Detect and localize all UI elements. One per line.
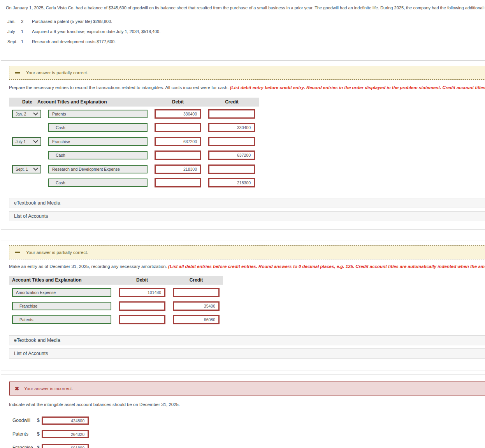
balance-amount-input[interactable] (42, 430, 89, 438)
dollar-sign: $ (37, 444, 40, 448)
instruction-text: Make an entry as of December 31, 2025, r… (9, 264, 485, 269)
transaction-description: Research and development costs $177,600. (32, 39, 116, 44)
partially-correct-alert: Your answer is partially correct. (9, 245, 485, 259)
dollar-sign: $ (37, 416, 40, 425)
balance-label: Franchise (12, 444, 33, 448)
debit-amount-input[interactable] (119, 315, 165, 324)
balance-amount-input[interactable] (42, 444, 89, 448)
dollar-sign: $ (37, 430, 40, 438)
credit-amount-input[interactable] (208, 109, 255, 119)
account-title-input[interactable] (12, 288, 111, 297)
journal-row (12, 178, 257, 189)
minus-icon (15, 252, 20, 253)
debit-amount-input[interactable] (119, 301, 165, 311)
journal-row: Sept. 1 (12, 165, 257, 175)
date-select-value: Sept. 1 (16, 167, 28, 172)
instruction-text: Indicate what the intangible asset accou… (9, 402, 180, 407)
list-of-accounts-accordion[interactable]: List of Accounts (9, 211, 485, 221)
x-icon: ✖ (15, 386, 19, 391)
header-debit: Debit (119, 276, 165, 285)
date-select-value: July 1 (16, 140, 26, 144)
header-credit: Credit (208, 98, 255, 107)
transaction-day: 2 (21, 19, 26, 24)
credit-amount-input[interactable] (208, 123, 255, 132)
date-select[interactable]: Jan. 2 (12, 110, 41, 118)
header-account-titles: Account Titles and Explanation (37, 98, 107, 107)
chevron-down-icon (33, 168, 38, 171)
account-title-input[interactable] (48, 110, 148, 118)
journal-entries-section: Your answer is partially correct. Prepar… (1, 60, 485, 230)
debit-amount-input[interactable] (155, 164, 201, 174)
account-title-input[interactable] (48, 137, 148, 146)
account-title-input[interactable] (48, 123, 148, 132)
chevron-down-icon (33, 140, 38, 143)
instruction-plain: Make an entry as of December 31, 2025, r… (9, 264, 168, 269)
incorrect-alert: ✖ Your answer is incorrect. (9, 382, 485, 396)
balance-amount-input[interactable] (42, 416, 89, 425)
account-title-input[interactable] (12, 302, 111, 310)
instruction-plain: Indicate what the intangible asset accou… (9, 402, 180, 407)
transaction-row: Sept. 1 Research and development costs $… (1, 39, 485, 45)
debit-amount-input[interactable] (155, 150, 201, 160)
credit-amount-input[interactable] (208, 137, 255, 146)
etextbook-and-media-accordion[interactable]: eTextbook and Media (9, 335, 485, 345)
transaction-month: Jan. (7, 19, 20, 24)
header-debit: Debit (155, 98, 201, 107)
balance-row: Goodwill $ (1, 416, 485, 425)
journal-row (12, 288, 222, 298)
chevron-down-icon (33, 112, 38, 116)
transaction-day: 1 (21, 39, 26, 44)
journal-row (12, 123, 257, 133)
transaction-row: July 1 Acquired a 9-year franchise; expi… (1, 29, 485, 35)
debit-amount-input[interactable] (155, 137, 201, 146)
balance-label: Goodwill (12, 416, 30, 425)
list-of-accounts-accordion[interactable]: List of Accounts (9, 348, 485, 359)
instruction-plain: Prepare the necessary entries to record … (9, 85, 230, 90)
credit-amount-input[interactable] (208, 150, 255, 160)
problem-statement-card: On January 1, 2025, Carla Vista Co. had … (1, 1, 485, 55)
journal-row: July 1 (12, 137, 257, 147)
journal-row (12, 302, 222, 312)
transaction-description: Acquired a 9-year franchise; expiration … (32, 29, 160, 34)
balance-row: Patents $ (1, 430, 485, 438)
debit-amount-input[interactable] (119, 288, 165, 297)
partially-correct-alert: Your answer is partially correct. (9, 66, 485, 80)
amortization-entry-section: Your answer is partially correct. Make a… (1, 240, 485, 371)
instruction-text: Prepare the necessary entries to record … (9, 85, 485, 90)
credit-amount-input[interactable] (173, 315, 220, 324)
journal-row (12, 151, 257, 161)
minus-icon (15, 72, 20, 74)
date-select[interactable]: July 1 (12, 137, 41, 146)
transaction-row: Jan. 2 Purchased a patent (5-year life) … (1, 19, 485, 24)
amortization-table-header: Account Titles and Explanation Debit Cre… (9, 276, 223, 285)
header-date: Date (14, 98, 40, 107)
alert-message: Your answer is partially correct. (26, 250, 88, 255)
journal-row: Jan. 2 (12, 110, 257, 120)
debit-amount-input[interactable] (155, 123, 201, 132)
balances-section: ✖ Your answer is incorrect. Indicate wha… (1, 374, 485, 448)
transaction-description: Purchased a patent (5-year life) $268,80… (32, 19, 112, 24)
debit-amount-input[interactable] (155, 109, 201, 119)
account-title-input[interactable] (48, 178, 148, 187)
date-select[interactable]: Sept. 1 (12, 165, 41, 173)
credit-amount-input[interactable] (208, 178, 255, 187)
instruction-red: (List all debit entries before credit en… (168, 264, 485, 269)
credit-amount-input[interactable] (173, 301, 220, 311)
transaction-day: 1 (21, 29, 26, 34)
alert-message: Your answer is incorrect. (24, 386, 73, 391)
date-select-value: Jan. 2 (16, 112, 26, 116)
debit-amount-input[interactable] (155, 178, 201, 187)
journal-row (12, 315, 222, 326)
alert-message: Your answer is partially correct. (26, 70, 88, 75)
account-title-input[interactable] (48, 165, 148, 173)
balance-label: Patents (12, 430, 28, 438)
account-title-input[interactable] (12, 315, 111, 324)
instruction-red: (List debit entry before credit entry. R… (230, 85, 485, 90)
credit-amount-input[interactable] (173, 288, 220, 297)
etextbook-and-media-accordion[interactable]: eTextbook and Media (9, 198, 485, 208)
transaction-month: July (7, 29, 20, 34)
credit-amount-input[interactable] (208, 164, 255, 174)
balance-row: Franchise $ (1, 444, 485, 448)
problem-intro-text: On January 1, 2025, Carla Vista Co. had … (6, 5, 485, 10)
account-title-input[interactable] (48, 151, 148, 159)
